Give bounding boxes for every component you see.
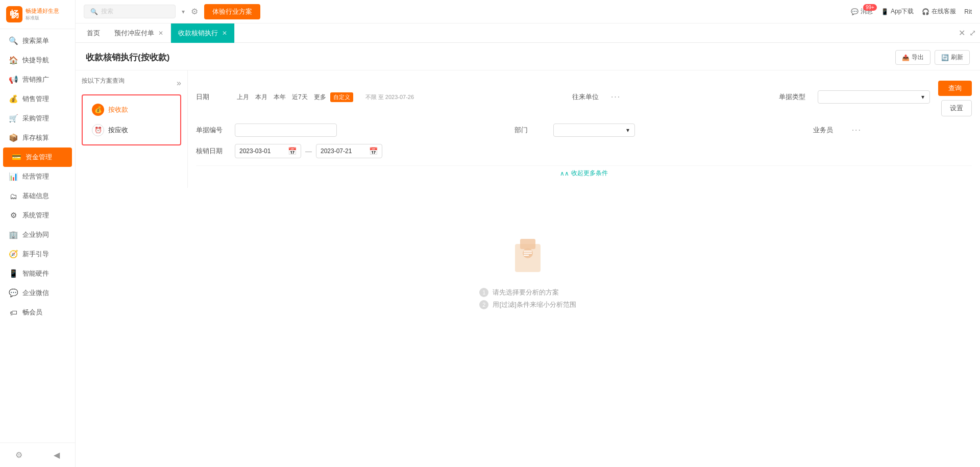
filter-options-box: 💰 按收款 ⏰ 按应收 — [82, 94, 181, 145]
sidebar-item-label: 智能硬件 — [22, 269, 49, 278]
dept-select[interactable]: ▾ — [553, 124, 635, 137]
sidebar-item-enterprise[interactable]: 🏢 企业协同 — [0, 225, 75, 244]
counterpart-dots[interactable]: ··· — [611, 92, 621, 102]
staff-dots[interactable]: ··· — [852, 126, 862, 135]
settings-button[interactable]: 设置 — [941, 100, 972, 116]
chevron-up-icon: ∧∧ — [560, 170, 569, 177]
tip-num-2: 2 — [479, 300, 488, 309]
close-receipt-tab-icon[interactable]: ✕ — [222, 30, 227, 37]
message-button[interactable]: 💬 消息 99+ — [851, 7, 873, 16]
sidebar-item-label: 资金管理 — [26, 153, 52, 162]
verify-date-end-input[interactable]: 2023-07-21 📅 — [316, 144, 382, 158]
app-logo: 畅 畅捷通好生意 标准版 — [0, 0, 75, 29]
receipt-option-label: 按收款 — [108, 105, 128, 114]
guide-icon: 🧭 — [8, 250, 18, 259]
sidebar-item-purchase[interactable]: 🛒 采购管理 — [0, 109, 75, 128]
receipt-tab-label: 收款核销执行 — [178, 29, 218, 38]
app-badge: 标准版 — [26, 15, 59, 21]
verify-date-start-value: 2023-03-01 — [239, 148, 271, 155]
filter-collapse-button[interactable]: » — [177, 79, 181, 88]
sidebar-item-sales[interactable]: 💰 销售管理 — [0, 89, 75, 109]
sidebar-item-label: 搜索菜单 — [22, 36, 49, 45]
sidebar-item-search-menu[interactable]: 🔍 搜索菜单 — [0, 31, 75, 51]
doc-no-input[interactable] — [235, 124, 337, 137]
inventory-icon: 📦 — [8, 133, 18, 142]
collapse-label: 收起更多条件 — [571, 169, 608, 178]
refresh-icon: 🔄 — [941, 54, 949, 61]
sidebar-item-system[interactable]: ⚙ 系统管理 — [0, 206, 75, 225]
sidebar-item-marketing[interactable]: 📢 营销推广 — [0, 70, 75, 89]
filter-option-by-receivable[interactable]: ⏰ 按应收 — [87, 120, 176, 140]
sidebar-menu: 🔍 搜索菜单 🏠 快捷导航 📢 营销推广 💰 销售管理 🛒 采购管理 📦 库存核… — [0, 29, 75, 443]
sidebar-item-hardware[interactable]: 📱 智能硬件 — [0, 264, 75, 283]
sidebar-settings-button[interactable]: ⚙ — [12, 447, 26, 463]
page-header: 收款核销执行(按收款) 📤 导出 🔄 刷新 — [76, 43, 980, 70]
operations-icon: 📊 — [8, 172, 18, 181]
empty-tip-1: 1 请先选择要分析的方案 — [479, 288, 576, 297]
sidebar-item-label: 企业协同 — [22, 230, 49, 239]
filter-row-3: 核销日期 2023-03-01 📅 — 2023-07-21 📅 — [196, 144, 972, 158]
dept-label: 部门 — [514, 126, 545, 135]
tabbar-actions: ✕ ⤢ — [959, 28, 976, 38]
expand-icon[interactable]: ⤢ — [969, 28, 976, 38]
this-year-btn[interactable]: 本年 — [272, 92, 288, 103]
close-all-tabs-icon[interactable]: ✕ — [959, 28, 965, 38]
phone-icon: 📱 — [881, 8, 889, 15]
collapse-more-conditions-button[interactable]: ∧∧ 收起更多条件 — [560, 169, 608, 178]
service-label: 在线客服 — [932, 7, 956, 16]
more-date-btn[interactable]: 更多 — [312, 92, 328, 103]
sidebar-item-label: 畅会员 — [22, 308, 42, 317]
topbar-gear-icon[interactable]: ⚙ — [191, 7, 198, 16]
online-service-button[interactable]: 🎧 在线客服 — [922, 7, 956, 16]
calendar-end-icon: 📅 — [369, 147, 378, 155]
sidebar-item-guide[interactable]: 🧭 新手引导 — [0, 244, 75, 264]
tab-prepay-offset[interactable]: 预付冲应付单 ✕ — [107, 23, 171, 43]
last-7days-btn[interactable]: 近7天 — [290, 92, 310, 103]
sidebar-item-base-info[interactable]: 🗂 基础信息 — [0, 186, 75, 206]
verify-date-start-input[interactable]: 2023-03-01 📅 — [235, 144, 301, 158]
sidebar-item-finance[interactable]: 💳 资金管理 — [3, 148, 72, 167]
chevron-down-icon[interactable]: ▾ — [182, 8, 185, 15]
sidebar-item-quick-nav[interactable]: 🏠 快捷导航 — [0, 51, 75, 70]
filter-right-form: 日期 上月 本月 本年 近7天 更多 自定义 不限 至 2023-07-26 — [188, 70, 980, 188]
tab-home[interactable]: 首页 — [80, 23, 107, 43]
export-button[interactable]: 📤 导出 — [895, 50, 930, 65]
this-month-btn[interactable]: 本月 — [253, 92, 270, 103]
close-prepay-tab-icon[interactable]: ✕ — [158, 30, 163, 37]
tab-receipt-offset[interactable]: 收款核销执行 ✕ — [171, 23, 235, 43]
refresh-button[interactable]: 🔄 刷新 — [935, 50, 970, 65]
calendar-start-icon: 📅 — [288, 147, 297, 155]
sidebar-item-label: 销售管理 — [22, 94, 49, 104]
query-button[interactable]: 查询 — [938, 81, 972, 96]
filter-left-panel: 按以下方案查询 » 💰 按收款 ⏰ 按应收 — [76, 70, 188, 188]
message-badge: 99+ — [863, 4, 877, 11]
sidebar-collapse-button[interactable]: ◀ — [51, 447, 63, 463]
topbar: 🔍 搜索 ▾ ⚙ 体验行业方案 💬 消息 99+ 📱 App下载 🎧 在线客服 … — [76, 0, 980, 23]
custom-date-badge[interactable]: 自定义 — [330, 92, 353, 102]
search-placeholder: 搜索 — [101, 7, 113, 16]
date-buttons: 上月 本月 本年 近7天 更多 自定义 — [235, 92, 353, 103]
quick-nav-icon: 🏠 — [8, 56, 18, 65]
sidebar-item-wechat[interactable]: 💬 企业微信 — [0, 283, 75, 303]
filter-row-1: 日期 上月 本月 本年 近7天 更多 自定义 不限 至 2023-07-26 — [196, 78, 972, 116]
receivable-option-label: 按应收 — [108, 126, 128, 135]
sidebar-item-inventory[interactable]: 📦 库存核算 — [0, 128, 75, 148]
doc-type-select[interactable]: ▾ — [818, 90, 930, 104]
user-info: Rit — [964, 8, 972, 15]
sales-icon: 💰 — [8, 94, 18, 104]
topbar-search-box[interactable]: 🔍 搜索 — [84, 5, 176, 18]
verify-date-label: 核销日期 — [196, 146, 227, 156]
export-label: 导出 — [912, 53, 924, 62]
app-download-button[interactable]: 📱 App下载 — [881, 7, 914, 16]
empty-tip-2: 2 用[过滤]条件来缩小分析范围 — [479, 300, 576, 309]
solution-button[interactable]: 体验行业方案 — [204, 4, 260, 19]
search-icon: 🔍 — [90, 8, 98, 15]
filter-option-by-receipt[interactable]: 💰 按收款 — [87, 100, 176, 120]
empty-illustration — [502, 229, 553, 280]
sidebar-item-label: 企业微信 — [22, 288, 49, 298]
sidebar-item-member[interactable]: 🏷 畅会员 — [0, 303, 75, 322]
sidebar-item-operations[interactable]: 📊 经营管理 — [0, 167, 75, 186]
home-tab-label: 首页 — [87, 29, 100, 38]
last-month-btn[interactable]: 上月 — [235, 92, 251, 103]
message-icon: 💬 — [851, 8, 859, 15]
